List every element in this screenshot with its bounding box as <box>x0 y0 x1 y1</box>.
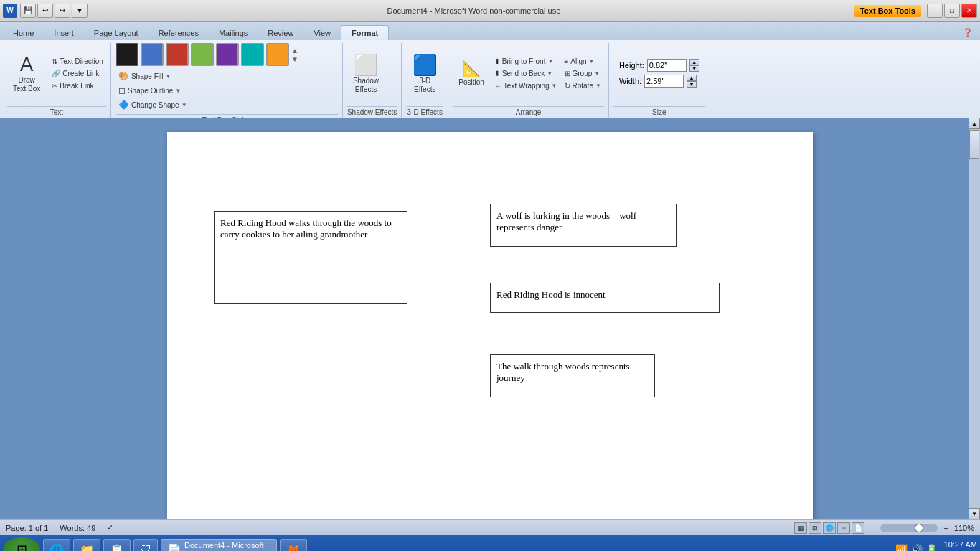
swatch-green[interactable] <box>191 43 214 66</box>
view-normal-btn[interactable]: ▦ <box>794 522 807 534</box>
help-icon[interactable]: ❓ <box>958 25 977 40</box>
redo-btn[interactable]: ↪ <box>55 4 70 18</box>
swatch-teal[interactable] <box>241 43 264 66</box>
change-shape-btn[interactable]: 🔷 Change Shape ▼ <box>116 98 190 111</box>
break-link-btn[interactable]: ✂ Break Link <box>49 80 106 91</box>
text-box-2[interactable]: A wolf is lurking in the woods – wolf re… <box>490 204 677 247</box>
text-box-4[interactable]: The walk through woods represents journe… <box>490 354 655 397</box>
arrange-group-content: 📐 Position ⬆ Bring to Front ▼ ⬇ Send to … <box>453 43 604 106</box>
color-swatches: ▲ ▼ <box>116 43 298 66</box>
view-btns: ▦ ⊡ 🌐 ≡ 📄 <box>794 522 864 534</box>
start-button[interactable]: ⊞ <box>3 537 40 551</box>
shape-outline-icon: ◻ <box>118 85 126 95</box>
clock-time: 10:27 AM <box>942 540 977 550</box>
zoom-out-btn[interactable]: – <box>870 524 875 532</box>
scroll-down-btn[interactable]: ▼ <box>969 508 980 519</box>
tab-insert[interactable]: Insert <box>44 26 84 40</box>
battery-icon: 🔋 <box>925 544 938 551</box>
tab-mailings[interactable]: Mailings <box>209 26 258 40</box>
taskbar-ie[interactable]: 🌐 <box>43 539 70 551</box>
minimize-btn[interactable]: – <box>927 4 943 18</box>
taskbar-security[interactable]: 🛡 <box>133 539 158 551</box>
tab-view[interactable]: View <box>303 26 341 40</box>
scroll-thumb[interactable] <box>969 130 979 159</box>
send-to-back-btn[interactable]: ⬇ Send to Back ▼ <box>491 68 560 79</box>
swatch-orange[interactable] <box>266 43 289 66</box>
group-arrow: ▼ <box>594 70 600 77</box>
bring-to-front-btn[interactable]: ⬆ Bring to Front ▼ <box>491 56 560 67</box>
ribbon-group-size: Height: ▲ ▼ Width: ▲ ▼ Size <box>609 43 710 118</box>
position-btn[interactable]: 📐 Position <box>453 47 490 99</box>
group-btn[interactable]: ⊞ Group ▼ <box>562 68 604 79</box>
view-draft-btn[interactable]: 📄 <box>852 522 864 534</box>
taskbar-explorer[interactable]: 📁 <box>73 539 100 551</box>
document-area: Red Riding Hood walks through the woods … <box>0 118 980 519</box>
ribbon-group-3d: 🟦 3-DEffects 3-D Effects <box>402 43 448 118</box>
shadow-effects-btn[interactable]: ⬜ ShadowEffects <box>347 47 385 99</box>
zoom-level[interactable]: 110% <box>954 524 974 532</box>
ribbon-content: A Draw Text Box ⇅ Text Direction 🔗 Creat… <box>0 40 980 118</box>
draw-text-box-btn[interactable]: A Draw Text Box <box>7 47 46 99</box>
taskbar-files[interactable]: 📋 <box>103 539 131 551</box>
view-web-btn[interactable]: 🌐 <box>823 522 836 534</box>
height-up[interactable]: ▲ <box>689 59 699 65</box>
tab-format[interactable]: Format <box>341 25 389 40</box>
arrange-right-btns: ⬆ Bring to Front ▼ ⬇ Send to Back ▼ ↔ Te… <box>491 56 560 91</box>
text-box-4-content: The walk through woods represents journe… <box>496 361 630 383</box>
tab-references[interactable]: References <box>149 26 209 40</box>
windows-orb-icon: ⊞ <box>17 542 27 551</box>
taskbar: ⊞ 🌐 📁 📋 🛡 📄 Document4 - Microsoft ... 🦊 … <box>0 535 980 551</box>
quick-menu[interactable]: ▼ <box>72 4 88 18</box>
text-box-3-content: Red Riding Hood is innocent <box>496 289 606 300</box>
shape-btns: 🎨 Shape Fill ▼ ◻ Shape Outline ▼ 🔷 Chang… <box>116 70 190 111</box>
swatch-scroll[interactable]: ▲ ▼ <box>291 47 298 63</box>
shadow-group-content: ⬜ ShadowEffects <box>347 43 397 106</box>
create-link-btn[interactable]: 🔗 Create Link <box>49 68 106 79</box>
view-full-btn[interactable]: ⊡ <box>809 522 821 534</box>
align-icon: ≡ <box>565 57 569 65</box>
swatch-black[interactable] <box>116 43 138 66</box>
swatch-purple[interactable] <box>216 43 239 66</box>
quick-save[interactable]: 💾 <box>20 4 36 18</box>
system-clock[interactable]: 10:27 AM 2/21/2010 <box>942 540 977 551</box>
swatch-blue[interactable] <box>141 43 164 66</box>
height-down[interactable]: ▼ <box>689 65 699 72</box>
taskbar-firefox[interactable]: 🦊 <box>280 539 307 551</box>
swatch-red[interactable] <box>166 43 189 66</box>
rotate-btn[interactable]: ↻ Rotate ▼ <box>562 80 604 91</box>
tab-home[interactable]: Home <box>3 26 44 40</box>
text-direction-btn[interactable]: ⇅ Text Direction <box>49 56 106 67</box>
width-up[interactable]: ▲ <box>687 75 697 81</box>
height-spinner[interactable]: ▲ ▼ <box>689 59 699 72</box>
taskbar-word[interactable]: 📄 Document4 - Microsoft ... <box>161 539 277 551</box>
text-wrapping-btn[interactable]: ↔ Text Wrapping ▼ <box>491 80 560 91</box>
text-box-1[interactable]: Red Riding Hood walks through the woods … <box>214 211 407 304</box>
text-box-3[interactable]: Red Riding Hood is innocent <box>490 283 720 313</box>
height-input[interactable] <box>647 59 687 72</box>
shape-fill-btn[interactable]: 🎨 Shape Fill ▼ <box>116 70 190 83</box>
three-d-effects-btn[interactable]: 🟦 3-DEffects <box>406 47 443 99</box>
width-spinner[interactable]: ▲ ▼ <box>687 75 697 88</box>
tab-review[interactable]: Review <box>258 26 303 40</box>
width-row: Width: ▲ ▼ <box>619 75 699 88</box>
text-small-btns: ⇅ Text Direction 🔗 Create Link ✂ Break L… <box>49 56 106 91</box>
align-btn[interactable]: ≡ Align ▼ <box>562 56 604 67</box>
scroll-up-btn[interactable]: ▲ <box>969 118 980 129</box>
width-down[interactable]: ▼ <box>687 81 697 88</box>
undo-btn[interactable]: ↩ <box>37 4 53 18</box>
size-group-label: Size <box>613 106 705 118</box>
v-scrollbar[interactable]: ▲ ▼ <box>969 118 980 519</box>
width-input[interactable] <box>644 75 684 88</box>
three-d-effects-icon: 🟦 <box>413 53 438 77</box>
zoom-slider[interactable] <box>880 524 938 532</box>
zoom-in-btn[interactable]: + <box>943 524 948 532</box>
shape-outline-btn[interactable]: ◻ Shape Outline ▼ <box>116 84 190 97</box>
maximize-btn[interactable]: □ <box>944 4 960 18</box>
close-btn[interactable]: ✕ <box>961 4 977 18</box>
tab-page-layout[interactable]: Page Layout <box>84 26 149 40</box>
document-page: Red Riding Hood walks through the woods … <box>167 132 813 519</box>
shape-fill-icon: 🎨 <box>118 71 129 81</box>
three-d-group-content: 🟦 3-DEffects <box>406 43 443 106</box>
view-outline-btn[interactable]: ≡ <box>837 522 850 534</box>
bring-front-icon: ⬆ <box>494 57 500 65</box>
